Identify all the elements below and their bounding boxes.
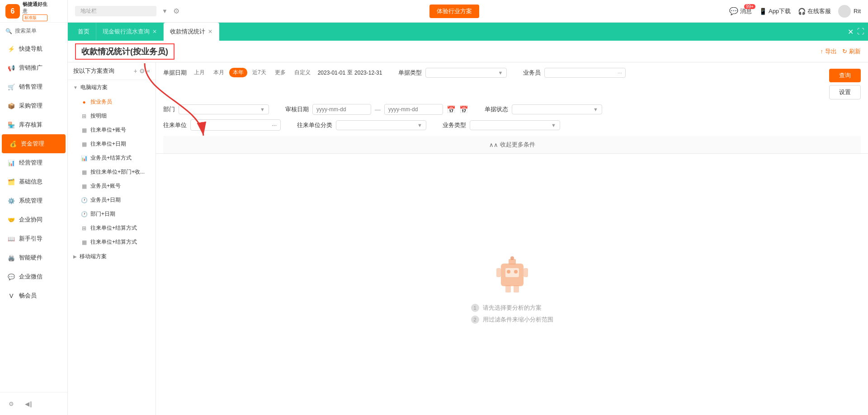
sidebar-item-basic[interactable]: 🗂️ 基础信息 (0, 172, 67, 191)
scheme-item-partner-settle-1[interactable]: ⊞ 往来单位+结算方式 (68, 221, 156, 235)
user-area[interactable]: Rit (838, 5, 861, 18)
scheme-item-partner-account[interactable]: ▦ 往来单位+账号 (68, 123, 156, 137)
review-date-to[interactable] (384, 104, 443, 115)
filter-row-1: 单据日期 上月 本月 本年 近7天 更多 自定义 2023-01-01 至 (163, 68, 861, 99)
filter-action-buttons: 查询 设置 (829, 68, 861, 99)
filter-reviewdate-group: 审核日期 — 📅 📅 (285, 104, 468, 115)
export-btn[interactable]: ↑ 导出 (821, 47, 837, 56)
salesman-label: 业务员 (523, 69, 541, 77)
sidebar-item-marketing[interactable]: 📢 营销推广 (0, 58, 67, 77)
scheme-group-desktop-title[interactable]: ▼ 电脑端方案 (68, 80, 156, 95)
empty-illustration (490, 245, 535, 297)
scheme-item-salesman-settle[interactable]: 📊 业务员+结算方式 (68, 151, 156, 165)
tab-receipt-stats[interactable]: 收款情况统计 ✕ (164, 23, 219, 41)
date-tab-custom[interactable]: 自定义 (291, 68, 314, 77)
messages-btn[interactable]: 💬 消息 99+ (729, 7, 752, 15)
sidebar-item-quicknav[interactable]: ⚡ 快捷导航 (0, 39, 67, 58)
tab-close-receipt-stats[interactable]: ✕ (208, 28, 212, 35)
logo-text: 畅捷通好生 意 标准版 (23, 1, 47, 21)
review-date-from[interactable] (312, 104, 371, 115)
date-tab-thisyear[interactable]: 本年 (229, 68, 247, 77)
tab-close-all-btn[interactable]: ✕ (848, 28, 854, 36)
warehouse-icon: 🏪 (7, 121, 15, 129)
scheme-group-mobile-title[interactable]: ▶ 移动端方案 (68, 249, 156, 264)
group-arrow-icon: ▼ (73, 85, 78, 90)
scheme-add-btn[interactable]: + (134, 67, 137, 75)
filter-docstatus-group: 单据状态 ▼ (485, 104, 602, 114)
filter-settings-btn[interactable]: 设置 (829, 85, 861, 99)
scheme-item-salesman-account[interactable]: ▦ 业务员+账号 (68, 179, 156, 193)
scheme-item-partner-settle-2[interactable]: ▦ 往来单位+结算方式 (68, 235, 156, 249)
address-dropdown[interactable]: ▼ (162, 8, 168, 14)
sidebar-item-guide[interactable]: 📖 新手引导 (0, 229, 67, 248)
app-download-btn[interactable]: 📱 App下载 (759, 7, 791, 15)
tab-bank-flow[interactable]: 现金银行流水查询 ✕ (96, 23, 164, 41)
sidebar-item-hardware[interactable]: 🖨️ 智能硬件 (0, 248, 67, 267)
date-tab-lastmonth[interactable]: 上月 (190, 68, 208, 77)
date-range-display: 2023-01-01 至 2023-12-31 (318, 69, 382, 76)
dept-select[interactable]: ▼ (179, 104, 269, 114)
doctype-label: 单据类型 (398, 69, 422, 77)
tab-close-bank-flow[interactable]: ✕ (152, 28, 157, 35)
biztype-select[interactable]: ▼ (470, 120, 560, 130)
sidebar-nav: ⚡ 快捷导航 📢 营销推广 🛒 销售管理 📦 采购管理 🏪 库存核算 💰 资金管… (0, 39, 67, 392)
scheme-item-dept-date[interactable]: 🕐 部门+日期 (68, 207, 156, 221)
sidebar-item-collab[interactable]: 🤝 企业协同 (0, 210, 67, 229)
scheme-collapse-btn[interactable]: « (147, 67, 150, 75)
sidebar-item-finance[interactable]: 💰 资金管理 (2, 134, 66, 153)
date-tab-more[interactable]: 更多 (271, 68, 289, 77)
refresh-btn[interactable]: ↻ 刷新 (842, 47, 861, 56)
svg-point-3 (514, 270, 518, 274)
collapse-more-btn[interactable]: ∧∧ 收起更多条件 (163, 136, 861, 153)
filter-doctype-group: 单据类型 ▼ (398, 68, 507, 78)
filter-date-group: 单据日期 上月 本月 本年 近7天 更多 自定义 2023-01-01 至 (163, 68, 382, 77)
scheme-item-partner-dept[interactable]: ▦ 按往来单位+部门+收... (68, 165, 156, 179)
doctype-select[interactable]: ▼ (425, 68, 507, 78)
sidebar-item-wechat[interactable]: 💬 企业微信 (0, 267, 67, 286)
home-icon: ⚡ (7, 45, 15, 53)
sidebar-item-sales[interactable]: 🛒 销售管理 (0, 77, 67, 96)
sidebar-collapse-btn[interactable]: ◀‖ (22, 397, 35, 410)
tip-num-2: 2 (471, 316, 479, 324)
date-separator: 至 (347, 69, 353, 76)
svg-point-2 (507, 270, 510, 274)
empty-tip-2: 2 用过滤条件来缩小分析范围 (471, 316, 553, 324)
scheme-header-icons: + ⚙ « (134, 67, 150, 75)
filter-partner-group: 往来单位 ··· (163, 119, 281, 131)
svg-rect-7 (524, 268, 528, 277)
salesman-select[interactable]: ··· (544, 68, 626, 78)
sidebar-item-purchase[interactable]: 📦 采购管理 (0, 96, 67, 115)
scheme-item-detail[interactable]: ⊞ 按明细 (68, 109, 156, 123)
svg-point-5 (510, 256, 514, 260)
address-bar[interactable]: 地址栏 (75, 6, 156, 16)
date-tab-thismonth[interactable]: 本月 (210, 68, 228, 77)
partner-more-btn[interactable]: ··· (272, 122, 277, 128)
scheme-item-salesman[interactable]: ● 按业务员 (68, 95, 156, 109)
partner-category-label: 往来单位分类 (297, 121, 332, 129)
topbar: 地址栏 ▼ ⚙ 体验行业方案 💬 消息 99+ 📱 App下载 🎧 在线客服 (68, 0, 868, 23)
partner-select[interactable]: ··· (190, 119, 281, 131)
tab-home[interactable]: 首页 (71, 23, 96, 41)
scheme-settings-btn[interactable]: ⚙ (139, 67, 145, 75)
sidebar-item-member[interactable]: V 畅会员 (0, 286, 67, 305)
calendar-from-icon[interactable]: 📅 (447, 105, 456, 114)
scheme-item-salesman-date[interactable]: 🕐 业务员+日期 (68, 193, 156, 207)
sidebar-item-inventory[interactable]: 🏪 库存核算 (0, 115, 67, 134)
sidebar-settings-btn[interactable]: ⚙ (5, 397, 18, 410)
calendar-to-icon[interactable]: 📅 (459, 105, 468, 114)
query-btn[interactable]: 查询 (829, 69, 861, 82)
scheme-item-partner-date[interactable]: ▦ 往来单位+日期 (68, 137, 156, 151)
tab-fullscreen-btn[interactable]: ⛶ (857, 28, 864, 36)
sidebar-item-system[interactable]: ⚙️ 系统管理 (0, 191, 67, 210)
wallet-icon: 💰 (9, 140, 17, 148)
online-service-btn[interactable]: 🎧 在线客服 (798, 7, 831, 15)
orange-circle-icon: ● (80, 99, 88, 106)
search-menu-item[interactable]: 🔍 搜索菜单 (0, 23, 67, 39)
topbar-settings-icon[interactable]: ⚙ (173, 7, 179, 15)
date-tab-7days[interactable]: 近7天 (249, 68, 270, 77)
docstatus-select[interactable]: ▼ (512, 104, 602, 114)
partner-category-select[interactable]: ▼ (336, 120, 426, 130)
trial-btn[interactable]: 体验行业方案 (429, 5, 479, 18)
sidebar-item-management[interactable]: 📊 经营管理 (0, 153, 67, 172)
table-icon-5: ▦ (80, 239, 88, 246)
